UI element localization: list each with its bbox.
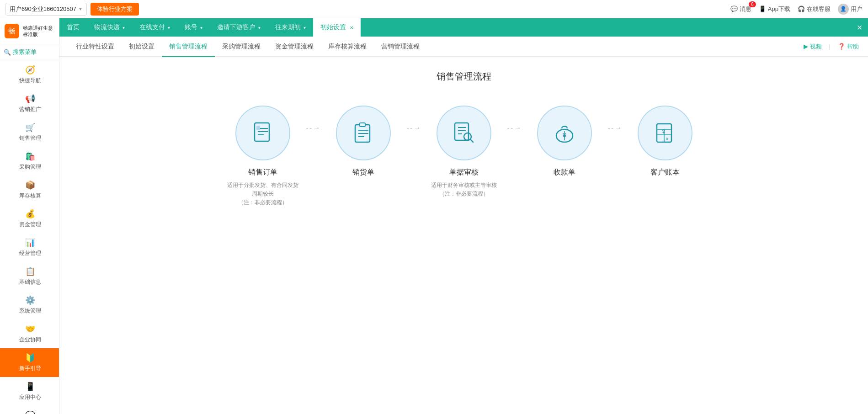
svg-text:¥: ¥: [666, 137, 669, 141]
sidebar-item-quick-nav[interactable]: 🧭快捷导航: [0, 60, 59, 89]
sub-tab-label-purchase-flow: 采购管理流程: [222, 42, 261, 51]
marketing-promo-icon: 📢: [25, 94, 35, 104]
online-service-label: 在线客服: [807, 5, 831, 13]
sub-tab-industry-settings[interactable]: 行业特性设置: [69, 37, 122, 57]
message-badge: 6: [749, 1, 756, 7]
sub-tabs-container: 行业特性设置初始设置销售管理流程采购管理流程资金管理流程库存核算流程营销管理流程: [69, 37, 427, 57]
inventory-icon: 📦: [25, 180, 35, 190]
flow-step-desc-document-review: 适用于财务审核或主管审核（注：非必要流程）: [431, 181, 497, 198]
app-download-btn[interactable]: 📱 App下载: [759, 5, 790, 13]
sub-tab-initial-setup[interactable]: 初始设置: [122, 37, 162, 57]
sidebar-item-purchase-mgmt[interactable]: 🛍️采购管理: [0, 147, 59, 175]
sub-tab-finance-flow[interactable]: 资金管理流程: [268, 37, 321, 57]
search-menu-btn[interactable]: 🔍 搜索菜单: [4, 48, 55, 56]
flow-arrow-icon: - - →: [501, 106, 528, 132]
person-icon: 👤: [840, 6, 847, 12]
logo-icon: 畅: [5, 24, 19, 38]
enterprise-collab-icon: 🤝: [25, 324, 35, 334]
marketing-promo-label: 营销推广: [19, 106, 41, 113]
sales-mgmt-icon: 🛒: [25, 122, 35, 133]
flow-step-receipt[interactable]: ¥ 收款单: [528, 106, 601, 181]
nav-tabs-container: 首页物流快递▾在线支付▾账号▾邀请下游客户▾往来期初▾初始设置✕: [59, 18, 857, 37]
sidebar-item-sales-mgmt[interactable]: 🛒销售管理: [0, 118, 59, 147]
sub-tab-label-industry-settings: 行业特性设置: [76, 42, 114, 51]
sub-tab-sales-flow[interactable]: 销售管理流程: [162, 37, 215, 57]
sidebar-item-inventory[interactable]: 📦库存核算: [0, 175, 59, 204]
flow-container: 销售管理流程 销售订单 适用于分批发货、有合同发货周期较长（注：非必要流程） -…: [59, 57, 868, 221]
flow-step-customer-ledger[interactable]: ¥ ¥ 客户账本: [628, 106, 702, 181]
flow-step-sales-invoice[interactable]: 销货单: [327, 106, 400, 181]
user-display-name: 用户: [851, 5, 863, 13]
user-avatar-btn[interactable]: 👤 用户: [838, 4, 863, 15]
finance-mgmt-icon: 💰: [25, 209, 35, 219]
nav-tab-initial-setup[interactable]: 初始设置✕: [313, 18, 361, 37]
help-icon: ❓: [838, 43, 845, 50]
flow-step-name-receipt: 收款单: [554, 168, 575, 177]
app-center-icon: 📱: [25, 382, 35, 392]
search-icon: 🔍: [4, 49, 11, 56]
sidebar-item-app-center[interactable]: 📱应用中心: [0, 377, 59, 406]
sidebar-item-enterprise-wechat[interactable]: 💬企业微信: [0, 406, 59, 414]
sub-tab-inventory-flow[interactable]: 库存核算流程: [321, 37, 374, 57]
basic-info-icon: 📋: [25, 266, 35, 276]
flow-step-sales-order[interactable]: 销售订单 适用于分批发货、有合同发货周期较长（注：非必要流程）: [226, 106, 299, 207]
flow-step-document-review[interactable]: 单据审核 适用于财务审核或主管审核（注：非必要流程）: [427, 106, 501, 198]
sub-tab-marketing-flow[interactable]: 营销管理流程: [374, 37, 427, 57]
nav-tabs-bar: 首页物流快递▾在线支付▾账号▾邀请下游客户▾往来期初▾初始设置✕ ✕: [59, 18, 868, 37]
nav-tab-label-initial-setup: 初始设置: [320, 23, 346, 32]
sub-tab-purchase-flow[interactable]: 采购管理流程: [215, 37, 268, 57]
tab-close-icon[interactable]: ✕: [350, 25, 353, 30]
sales-mgmt-label: 销售管理: [19, 134, 41, 142]
sidebar-item-enterprise-collab[interactable]: 🤝企业协同: [0, 319, 59, 348]
sidebar: 畅 畅康通好生意 标准版 🔍 搜索菜单 🧭快捷导航📢营销推广🛒销售管理🛍️采购管…: [0, 18, 59, 414]
nav-tab-invite-downstream[interactable]: 邀请下游客户▾: [210, 18, 268, 37]
top-bar: 用户690企业1660120507 ▼ 体验行业方案 💬 消息 6 📱 App下…: [0, 0, 868, 18]
purchase-mgmt-icon: 🛍️: [25, 151, 35, 161]
headset-icon: 🎧: [798, 5, 805, 12]
experience-btn[interactable]: 体验行业方案: [91, 3, 139, 16]
nav-tab-label-account: 账号: [185, 23, 197, 32]
user-selector[interactable]: 用户690企业1660120507 ▼: [5, 3, 87, 16]
sidebar-search[interactable]: 🔍 搜索菜单: [0, 44, 59, 60]
flow-step-name-sales-invoice: 销货单: [352, 168, 374, 177]
purchase-mgmt-label: 采购管理: [19, 163, 41, 171]
top-bar-right: 💬 消息 6 📱 App下载 🎧 在线客服 👤 用户: [730, 4, 863, 15]
flow-circle-sales-order: [235, 106, 290, 160]
nav-tab-account[interactable]: 账号▾: [177, 18, 210, 37]
dropdown-arrow-icon: ▾: [122, 25, 125, 30]
user-selector-text: 用户690企业1660120507: [10, 5, 76, 13]
operations-mgmt-icon: 📊: [25, 238, 35, 248]
nav-tab-recent-period[interactable]: 往来期初▾: [268, 18, 313, 37]
sidebar-item-basic-info[interactable]: 📋基础信息: [0, 262, 59, 291]
video-label: 视频: [810, 42, 822, 51]
nav-tab-label-logistics: 物流快递: [94, 23, 120, 32]
dropdown-arrow-icon: ▾: [304, 25, 306, 30]
sidebar-item-finance-mgmt[interactable]: 💰资金管理: [0, 204, 59, 233]
sidebar-item-new-guide[interactable]: 🔰新手引导: [0, 348, 59, 377]
help-btn[interactable]: ❓ 帮助: [838, 42, 859, 51]
sub-tabs-right: ▶ 视频 | ❓ 帮助: [804, 42, 859, 51]
nav-close-btn[interactable]: ✕: [857, 23, 868, 32]
online-service-btn[interactable]: 🎧 在线客服: [798, 5, 831, 13]
nav-tab-logistics[interactable]: 物流快递▾: [87, 18, 132, 37]
video-help-btn[interactable]: ▶ 视频: [804, 42, 822, 51]
nav-tab-online-payment[interactable]: 在线支付▾: [132, 18, 177, 37]
enterprise-wechat-icon: 💬: [25, 410, 35, 414]
top-bar-left: 用户690企业1660120507 ▼ 体验行业方案: [5, 3, 139, 16]
flow-steps: 销售订单 适用于分批发货、有合同发货周期较长（注：非必要流程） - - → 销货…: [78, 106, 850, 207]
message-btn[interactable]: 💬 消息 6: [730, 5, 751, 13]
nav-tab-label-invite-downstream: 邀请下游客户: [217, 23, 256, 32]
enterprise-collab-label: 企业协同: [19, 336, 41, 344]
basic-info-label: 基础信息: [19, 278, 41, 286]
nav-tab-home[interactable]: 首页: [59, 18, 87, 37]
dropdown-arrow-icon: ▾: [168, 25, 170, 30]
sidebar-item-operations-mgmt[interactable]: 📊经营管理: [0, 233, 59, 262]
svg-rect-6: [360, 123, 365, 127]
flow-step-name-document-review: 单据审核: [449, 168, 479, 177]
sidebar-item-system-mgmt[interactable]: ⚙️系统管理: [0, 291, 59, 319]
search-label: 搜索菜单: [13, 48, 37, 56]
sidebar-item-marketing-promo[interactable]: 📢营销推广: [0, 89, 59, 118]
help-label: 帮助: [847, 42, 859, 51]
sub-tabs: 行业特性设置初始设置销售管理流程采购管理流程资金管理流程库存核算流程营销管理流程…: [59, 37, 868, 57]
flow-arrow-icon: - - →: [299, 106, 327, 132]
